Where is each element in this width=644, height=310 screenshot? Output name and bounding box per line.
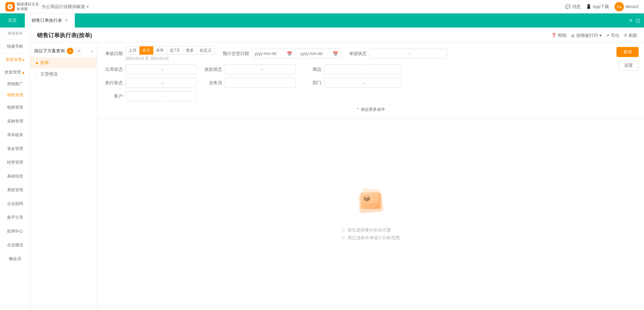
sidebar-item-basic[interactable]: 基础信息 — [0, 169, 30, 183]
goods-input[interactable]: ··· — [324, 64, 402, 74]
data-area: 📦 ① 请先选择要分析的方案 ② 用过滤条件来缩小分析范围 — [97, 119, 644, 310]
collapse-more-button[interactable]: ⌃ 收起更多条件 — [103, 105, 639, 114]
filter-status: 单据状态 ∨ — [346, 49, 447, 59]
sidebar-item-retail[interactable]: 零售管理 ▾ — [0, 54, 30, 66]
tab-sales-order[interactable]: 销售订单执行表 ✕ — [25, 13, 75, 28]
sidebar-item-sales[interactable]: 销售管理 — [0, 90, 30, 101]
filter-right-buttons: 查询 设置 — [611, 46, 639, 70]
filter-panel: 单据日期 上月 本月 本年 近7天 更多 — [97, 42, 644, 119]
date-tab-custom[interactable]: 自定义 — [197, 46, 215, 55]
filter-salesperson: 业务员 ··· — [202, 78, 296, 88]
dept-label: 部门 — [301, 80, 321, 86]
sidebar-label-wholesale: 批发管理 — [5, 69, 21, 75]
sidebar-item-system[interactable]: 系统管理 — [0, 183, 30, 197]
exec-status-label: 执行状态 — [103, 80, 123, 86]
user-area[interactable]: Ea demo2 — [614, 2, 639, 11]
app-download-icon: 📱 — [586, 4, 591, 9]
filter-row-4: 客户 ··· — [103, 91, 611, 101]
print-button[interactable]: 🖨 按模板打印 ▾ — [571, 33, 602, 39]
sidebar-item-operation[interactable]: 经营管理 — [0, 156, 30, 169]
print-icon: 🖨 — [571, 33, 575, 38]
salesperson-more-dots: ··· — [260, 81, 293, 85]
scheme-collapse-button[interactable]: « — [91, 49, 93, 54]
filter-row-3: 执行状态 ∨ 业务员 — [103, 78, 611, 88]
collect-status-arrow: ∨ — [260, 67, 293, 72]
out-status-label: 出库状态 — [103, 66, 123, 72]
goods-label: 商品 — [301, 66, 321, 72]
salesperson-input[interactable]: ··· — [225, 78, 296, 88]
date-tab-last-month[interactable]: 上月 — [125, 46, 140, 55]
exec-status-arrow: ∨ — [161, 81, 194, 85]
sidebar-item-wholesale[interactable]: 批发管理 ▲ — [0, 66, 30, 79]
refresh-button[interactable]: ↺ 刷新 — [624, 33, 637, 39]
date-tab-more[interactable]: 更多 — [183, 46, 197, 55]
collapse-icon: ⌃ — [356, 107, 360, 112]
scheme-item-order[interactable]: ● 按单 — [30, 57, 97, 68]
sidebar-item-vip[interactable]: 畅会员 — [0, 252, 30, 266]
date-tabs: 上月 本月 本年 近7天 更多 自定义 — [125, 46, 215, 55]
export-button[interactable]: ↗ 导出 — [606, 33, 620, 39]
logo-icon — [5, 2, 15, 11]
date-tab-this-year[interactable]: 本年 — [153, 46, 167, 55]
sidebar-search[interactable]: 搜索菜单 — [0, 28, 30, 40]
sidebar-label-retail: 零售管理 — [6, 57, 22, 63]
app-download-button[interactable]: 📱 App下载 — [586, 4, 609, 10]
sidebar-item-inventory[interactable]: 库存核算 — [0, 128, 30, 142]
export-icon: ↗ — [606, 33, 609, 38]
exec-status-dropdown[interactable]: ∨ — [125, 78, 197, 88]
sidebar-item-marketing[interactable]: 营销推广 — [0, 79, 30, 90]
title-dropdown-arrow[interactable]: ▾ — [87, 4, 89, 9]
top-bar: 畅捷通好生意 标准版 办公用品行业模拟账套 ▾ 💬 消息 📱 App下载 Ea … — [0, 0, 644, 13]
expected-date-label: 预计交货日期 — [223, 51, 249, 57]
scheme-item-debt[interactable]: ○ 欠货情况 — [30, 68, 97, 80]
top-bar-left: 畅捷通好生意 标准版 办公用品行业模拟账套 ▾ — [5, 2, 89, 11]
query-button[interactable]: 查询 — [616, 47, 639, 57]
sidebar-item-wechat[interactable]: 企业微信 — [0, 238, 30, 252]
sidebar-item-ecommerce[interactable]: 电商管理 — [0, 101, 30, 114]
calendar-end-icon: 📅 — [333, 51, 338, 56]
expected-date-end-input[interactable] — [301, 51, 331, 56]
sidebar-quicknav[interactable]: 快捷导航 — [0, 40, 30, 54]
tab-home[interactable]: 首页 — [0, 13, 25, 28]
help-icon: ❓ — [551, 33, 556, 38]
scheme-title: 按以下方案查询 — [34, 48, 65, 54]
sidebar-item-finance[interactable]: 资金管理 — [0, 142, 30, 156]
help-button[interactable]: ❓ 帮助 — [551, 33, 567, 39]
content-header: 销售订单执行表(按单) ❓ 帮助 🖨 按模板打印 ▾ ↗ 导出 ↺ 刷新 — [30, 28, 644, 42]
settings-button[interactable]: 设置 — [619, 60, 639, 70]
sidebar-item-newuser[interactable]: 新手引导 — [0, 211, 30, 224]
expected-date-start-input[interactable] — [255, 51, 285, 56]
sidebar-item-enterprise[interactable]: 企业协同 — [0, 197, 30, 211]
sidebar-item-appstore[interactable]: 应用中心 — [0, 224, 30, 238]
tab-restore-icon[interactable]: ⊡ — [636, 17, 640, 24]
main-layout: 搜索菜单 快捷导航 零售管理 ▾ 批发管理 ▲ 营销推广 销售管理 电商管理 采… — [0, 28, 644, 310]
status-dropdown[interactable]: ∨ — [369, 49, 447, 59]
date-label: 单据日期 — [103, 51, 123, 57]
filter-collect-status: 收款状态 ∨ — [202, 64, 296, 74]
tab-close-icon[interactable]: ✕ — [65, 18, 68, 23]
goods-more-dots: ··· — [363, 67, 399, 72]
tab-close-window-icon[interactable]: ✕ — [629, 18, 633, 23]
sidebar: 搜索菜单 快捷导航 零售管理 ▾ 批发管理 ▲ 营销推广 销售管理 电商管理 采… — [0, 28, 30, 310]
logo-text: 畅捷通好生意 标准版 — [17, 2, 39, 11]
top-bar-right: 💬 消息 📱 App下载 Ea demo2 — [565, 2, 639, 11]
dept-dropdown[interactable]: ∨ — [324, 78, 402, 88]
scheme-refresh-button[interactable]: ⟳ — [75, 48, 82, 54]
collect-status-label: 收款状态 — [202, 66, 222, 72]
main-content: 单据日期 上月 本月 本年 近7天 更多 — [97, 42, 644, 310]
message-button[interactable]: 💬 消息 — [565, 4, 581, 10]
filter-date: 单据日期 上月 本月 本年 近7天 更多 — [103, 46, 217, 61]
message-icon: 💬 — [565, 4, 571, 9]
customer-input[interactable]: ··· — [125, 91, 197, 101]
print-dropdown-arrow[interactable]: ▾ — [599, 33, 602, 38]
salesperson-label: 业务员 — [202, 80, 222, 86]
date-range-text: 2023-03-01 至 2023-03-31 — [125, 56, 217, 61]
date-tab-7days[interactable]: 近7天 — [167, 46, 183, 55]
collect-status-dropdown[interactable]: ∨ — [225, 64, 296, 74]
out-status-dropdown[interactable]: ∨ — [125, 64, 197, 74]
page-title: 销售订单执行表(按单) — [37, 32, 92, 39]
scheme-add-button[interactable]: + — [67, 48, 73, 54]
sidebar-item-purchase[interactable]: 采购管理 — [0, 114, 30, 128]
out-status-arrow: ∨ — [161, 67, 194, 72]
date-tab-this-month[interactable]: 本月 — [140, 46, 153, 55]
